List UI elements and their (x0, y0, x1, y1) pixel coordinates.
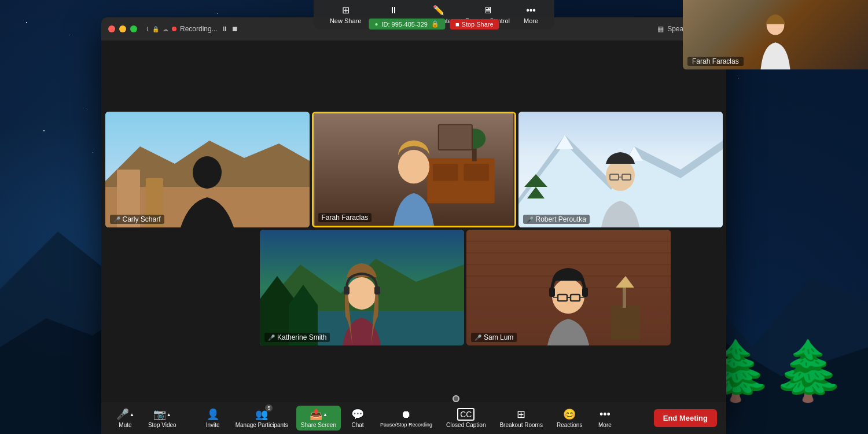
video-grid: 🎤 Carly Scharf (103, 109, 725, 348)
sam-muted-icon: 🎤 (475, 334, 481, 341)
share-id-bar: ● ID: 995-405-329 🔒 ■ Stop Share (369, 19, 499, 30)
video-cell-katherine: 🎤 Katherine Smith (260, 230, 464, 345)
zoom-window: ℹ 🔒 ☁ Recording... ⏸ ⏹ ▦ Speaker View ⤢ (101, 17, 726, 417)
stop-share-label: Stop Share (462, 21, 494, 28)
left-toolbar-group: 🎤 ▲ Mute 📷 ▲ Stop Video 👤 Invite 👥 5 (111, 406, 619, 431)
invite-icon: 👤 (207, 408, 219, 421)
remote-control-icon: 🖥 (483, 5, 492, 16)
mute-button[interactable]: 🎤 ▲ Mute (111, 406, 140, 431)
breakout-rooms-label: Breakout Rooms (499, 422, 542, 428)
participant-count-badge: 5 (265, 404, 273, 411)
stop-video-btn-with-arrow: 📷 ▲ (153, 408, 171, 421)
pause-recording-icon[interactable]: ⏸ (221, 25, 228, 33)
traffic-lights (108, 25, 137, 32)
share-id-text: ID: 995-405-329 (381, 21, 428, 28)
chat-icon: 💬 (351, 408, 364, 421)
lock-icon: 🔒 (431, 20, 439, 28)
reactions-label: Reactions (557, 422, 582, 428)
svg-rect-50 (549, 288, 555, 297)
stop-share-button[interactable]: ■ Stop Share (450, 19, 499, 30)
chat-button[interactable]: 💬 Chat (343, 406, 372, 431)
breakout-rooms-button[interactable]: ⊞ Breakout Rooms (494, 406, 548, 431)
svg-rect-12 (464, 164, 489, 181)
katherine-muted-icon: 🎤 (268, 334, 275, 341)
closed-caption-button[interactable]: CC Closed Caption (440, 406, 491, 431)
end-meeting-button[interactable]: End Meeting (654, 409, 717, 427)
speaker-view-icon: ▦ (657, 25, 664, 33)
share-screen-button[interactable]: 📤 ▲ Share Screen (296, 406, 341, 431)
bottom-video-row: 🎤 Katherine Smith (208, 230, 723, 345)
video-cell-robert: 🎤 Robert Peroutka (518, 112, 723, 227)
manage-participants-label: Manage Participants (236, 422, 288, 428)
farah-name: Farah Faraclas (318, 213, 372, 222)
close-button[interactable] (108, 25, 115, 32)
mute-icon: 🎤 (116, 408, 129, 421)
sam-name: 🎤 Sam Lum (471, 333, 517, 342)
pause-stop-recording-button[interactable]: ⏺ Pause/Stop Recording (374, 406, 438, 430)
info-icon: ℹ (146, 26, 149, 32)
robert-scene (518, 112, 723, 227)
carly-scene (105, 112, 310, 227)
svg-rect-33 (374, 286, 380, 295)
annotate-icon: ✏️ (433, 5, 444, 16)
stop-video-button[interactable]: 📷 ▲ Stop Video (142, 406, 182, 431)
mute-chevron[interactable]: ▲ (130, 412, 134, 417)
svg-point-8 (193, 156, 222, 189)
closed-caption-label: Closed Caption (446, 422, 486, 428)
stop-recording-icon[interactable]: ⏹ (231, 25, 238, 33)
reactions-icon: 😊 (563, 408, 576, 421)
toolbar-more-label: More (524, 17, 538, 24)
share-screen-icon: 📤 (310, 408, 322, 421)
muted-icon: 🎤 (113, 216, 120, 223)
cloud-icon: ☁ (163, 26, 168, 32)
manage-participants-button[interactable]: 👥 5 Manage Participants (230, 406, 294, 431)
pause-share-icon: ⏸ (389, 5, 398, 16)
new-share-icon: ⊞ (342, 5, 350, 16)
video-area: 🎤 Carly Scharf (101, 41, 726, 417)
stop-video-label: Stop Video (148, 422, 176, 428)
svg-rect-51 (582, 288, 588, 297)
invite-button[interactable]: 👤 Invite (198, 406, 227, 431)
share-id-icon: ● (374, 21, 378, 27)
video-chevron[interactable]: ▲ (167, 412, 171, 417)
share-screen-label: Share Screen (301, 422, 336, 428)
recording-label: Recording... (180, 25, 218, 33)
toolbar-more-button[interactable]: ••• More (517, 3, 545, 27)
share-screen-chevron[interactable]: ▲ (323, 412, 328, 417)
lock-small-icon: 🔒 (152, 26, 159, 32)
sam-scene (466, 230, 671, 345)
maximize-button[interactable] (130, 25, 137, 32)
stop-icon: ■ (455, 21, 459, 28)
svg-rect-11 (432, 164, 458, 181)
recording-indicator (172, 27, 176, 31)
video-cell-carly: 🎤 Carly Scharf (105, 112, 310, 227)
katherine-name: 🎤 Katherine Smith (264, 333, 330, 342)
katherine-scene (260, 230, 464, 345)
svg-rect-32 (344, 286, 350, 295)
reactions-button[interactable]: 😊 Reactions (551, 406, 588, 431)
new-share-button[interactable]: ⊞ New Share (323, 2, 368, 27)
closed-caption-icon: CC (457, 408, 475, 421)
minimize-button[interactable] (119, 25, 126, 32)
share-screen-btn-with-arrow: 📤 ▲ (310, 408, 328, 421)
video-cell-sam: 🎤 Sam Lum (466, 230, 671, 345)
farah-scene (314, 113, 514, 226)
new-share-label: New Share (330, 17, 361, 24)
robert-muted-icon: 🎤 (527, 216, 534, 223)
recording-badge: ℹ 🔒 ☁ Recording... ⏸ ⏹ (146, 25, 238, 33)
mute-label: Mute (119, 422, 131, 428)
video-cell-farah: Farah Faraclas (312, 112, 516, 227)
pause-stop-recording-icon: ⏺ (401, 409, 411, 421)
svg-point-31 (347, 277, 377, 310)
more-options-button[interactable]: ••• More (590, 406, 619, 431)
svg-rect-41 (611, 305, 640, 340)
bottom-toolbar: 🎤 ▲ Mute 📷 ▲ Stop Video 👤 Invite 👥 5 (101, 402, 726, 434)
svg-rect-42 (623, 288, 626, 308)
more-options-label: More (598, 422, 612, 428)
invite-label: Invite (206, 422, 220, 428)
pause-stop-recording-label: Pause/Stop Recording (380, 422, 432, 428)
svg-point-16 (398, 150, 429, 183)
share-id-pill: ● ID: 995-405-329 🔒 (369, 19, 445, 30)
top-video-row: 🎤 Carly Scharf (105, 112, 723, 227)
video-icon: 📷 (153, 408, 166, 421)
